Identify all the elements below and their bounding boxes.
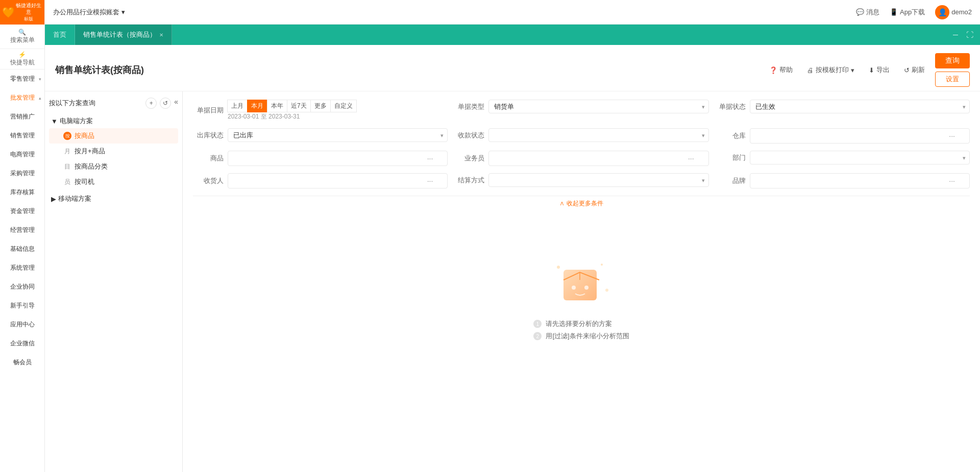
sidebar-item-operations[interactable]: 经营管理	[0, 221, 44, 240]
goods-label: 商品	[193, 154, 224, 163]
goods-input[interactable]: ···	[228, 151, 448, 166]
svg-point-3	[584, 286, 589, 290]
empty-tip-2: 2 用[过滤]条件来缩小分析范围	[533, 332, 629, 341]
filter-panel-header: 按以下方案查询 + ↺ «	[49, 98, 178, 109]
sidebar-item-system[interactable]: 系统管理	[0, 258, 44, 277]
print-template-button[interactable]: 🖨 按模板打印 ▾	[803, 63, 859, 77]
sidebar-item-retail[interactable]: 零售管理 ▾	[0, 69, 44, 88]
collapse-bar[interactable]: ∧ 收起更多条件	[193, 196, 970, 211]
sidebar-item-purchase[interactable]: 采购管理	[0, 164, 44, 183]
date-tab-this-year[interactable]: 本年	[267, 100, 287, 112]
bill-status-select[interactable]: 已生效	[750, 100, 970, 113]
warehouse-field: 仓库 ···	[715, 128, 970, 144]
scheme-item-by-goods[interactable]: 按 按商品	[49, 128, 178, 144]
date-tab-custom[interactable]: 自定义	[330, 100, 357, 112]
sidebar-item-basic-info[interactable]: 基础信息	[0, 240, 44, 258]
date-label: 单据日期	[193, 106, 224, 115]
bill-type-select[interactable]: 销货单	[488, 100, 708, 113]
tab-close-icon[interactable]: ✕	[159, 32, 163, 38]
help-button[interactable]: ❓ 帮助	[765, 63, 797, 77]
bill-type-field: 单据类型 销货单	[454, 100, 708, 113]
date-tab-7days[interactable]: 近7天	[287, 100, 311, 112]
sidebar-item-sales[interactable]: 销售管理	[0, 126, 44, 145]
receipt-status-label: 收款状态	[454, 131, 484, 140]
page-header: 销售单统计表(按商品) ❓ 帮助 🖨 按模板打印 ▾ ⬇ 导出	[45, 45, 980, 91]
sidebar-item-finance[interactable]: 资金管理	[0, 202, 44, 221]
collapse-panel-button[interactable]: «	[174, 98, 178, 109]
sidebar-item-app-center[interactable]: 应用中心	[0, 315, 44, 334]
page-actions: ❓ 帮助 🖨 按模板打印 ▾ ⬇ 导出 ↺ 刷新	[765, 53, 970, 87]
date-range-text: 2023-03-01 至 2023-03-31	[228, 112, 448, 121]
tab-sales-report[interactable]: 销售单统计表（按商品） ✕	[75, 25, 172, 45]
sidebar-quick-nav[interactable]: ⚡ 快捷导航	[0, 49, 44, 69]
date-tab-more[interactable]: 更多	[310, 100, 331, 112]
out-status-field: 出库状态 已出库	[193, 128, 448, 142]
tab-bar: 首页 销售单统计表（按商品） ✕ ─ ⛶	[45, 25, 980, 45]
salesman-input[interactable]: ···	[488, 151, 708, 166]
sidebar-item-member[interactable]: 畅会员	[0, 353, 44, 372]
goods-field: 商品 ···	[193, 151, 448, 166]
tab-home[interactable]: 首页	[45, 25, 75, 45]
dots-icon: ···	[949, 177, 955, 185]
tab-maximize-button[interactable]: ⛶	[964, 29, 976, 41]
payment-select-wrapper	[488, 173, 708, 187]
sidebar-item-cooperation[interactable]: 企业协同	[0, 277, 44, 296]
page-container: 销售单统计表(按商品) ❓ 帮助 🖨 按模板打印 ▾ ⬇ 导出	[45, 45, 980, 472]
query-button[interactable]: 查询	[935, 53, 970, 68]
empty-state: 1 请先选择要分析的方案 2 用[过滤]条件来缩小分析范围	[193, 211, 970, 382]
scheme-item-by-driver[interactable]: 员 按司机	[49, 174, 178, 190]
sidebar-item-wholesale[interactable]: 批发管理 ▴	[0, 88, 44, 107]
sidebar-item-marketing[interactable]: 营销推广	[0, 107, 44, 126]
receiver-input[interactable]: ···	[228, 173, 448, 188]
filter-panel-icons: + ↺ «	[145, 98, 178, 109]
refresh-button[interactable]: ↺ 刷新	[900, 63, 929, 77]
settings-button[interactable]: 设置	[935, 72, 970, 87]
user-menu[interactable]: 👤 demo2	[935, 5, 972, 19]
sidebar-item-wechat[interactable]: 企业微信	[0, 334, 44, 353]
content-area: 销售单统计表(按商品) ❓ 帮助 🖨 按模板打印 ▾ ⬇ 导出	[45, 45, 980, 472]
payment-label: 结算方式	[454, 176, 484, 185]
download-icon: 📱	[890, 8, 898, 16]
collapse-label: ∧ 收起更多条件	[559, 200, 603, 207]
scheme-item-label: 按商品	[75, 131, 94, 140]
scheme-category-mobile-header[interactable]: ▶ 移动端方案	[49, 192, 178, 206]
main-area: 办公用品行业模拟账套 ▾ 💬 消息 📱 App下载 👤 demo2 首页	[45, 0, 980, 472]
dept-select[interactable]	[750, 151, 970, 164]
message-button[interactable]: 💬 消息	[856, 8, 879, 17]
out-status-select[interactable]: 已出库	[228, 128, 448, 142]
help-icon: ❓	[769, 66, 777, 74]
empty-tip-1: 1 请先选择要分析的方案	[533, 319, 629, 328]
top-header: 办公用品行业模拟账套 ▾ 💬 消息 📱 App下载 👤 demo2	[45, 0, 980, 25]
expand-arrow-icon: ▼	[51, 117, 58, 125]
sidebar-item-tutorial[interactable]: 新手引导	[0, 296, 44, 315]
app-download-button[interactable]: 📱 App下载	[890, 8, 925, 17]
scheme-item-by-month-goods[interactable]: 月 按月+商品	[49, 144, 178, 159]
message-icon: 💬	[856, 8, 864, 16]
svg-point-2	[572, 286, 576, 290]
sidebar-item-inventory[interactable]: 库存核算	[0, 183, 44, 202]
tab-minimize-button[interactable]: ─	[949, 29, 962, 41]
query-panel: 单据日期 上月 本月 本年 近7天 更多 自定义 20	[183, 91, 980, 472]
refresh-scheme-button[interactable]: ↺	[160, 98, 171, 109]
export-button[interactable]: ⬇ 导出	[865, 63, 894, 77]
add-scheme-button[interactable]: +	[145, 98, 157, 109]
date-tab-this-month[interactable]: 本月	[247, 100, 267, 112]
svg-point-6	[605, 289, 608, 292]
dots-icon: ···	[949, 132, 955, 140]
sidebar-item-ecommerce[interactable]: 电商管理	[0, 145, 44, 164]
sidebar-search[interactable]: 🔍 搜索菜单	[0, 25, 44, 49]
salesman-label: 业务员	[454, 154, 484, 163]
industry-label: 办公用品行业模拟账套	[53, 8, 119, 17]
industry-selector[interactable]: 办公用品行业模拟账套 ▾	[53, 8, 125, 17]
svg-point-5	[601, 264, 603, 266]
dots-icon: ···	[688, 154, 694, 162]
brand-input[interactable]: ···	[750, 173, 970, 188]
payment-select[interactable]	[488, 173, 708, 187]
warehouse-input[interactable]: ···	[750, 128, 970, 144]
expand-arrow-icon: ▶	[51, 195, 56, 203]
tip-number-1: 1	[533, 320, 542, 328]
scheme-item-by-category[interactable]: 目 按商品分类	[49, 159, 178, 174]
date-tab-last-month[interactable]: 上月	[227, 100, 248, 112]
receipt-status-select[interactable]	[488, 128, 708, 142]
scheme-category-pc-header[interactable]: ▼ 电脑端方案	[49, 114, 178, 128]
